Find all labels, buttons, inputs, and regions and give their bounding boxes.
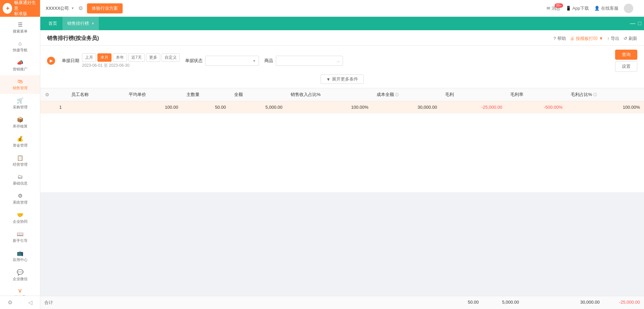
refresh-icon: ↺ (624, 36, 627, 41)
sidebar-item-purchase[interactable]: 🛒 采购管理 (0, 94, 40, 113)
app-download-button[interactable]: 📱 App下载 (566, 5, 589, 11)
company-name: XXXXX公司 (46, 5, 69, 11)
cost-info-icon[interactable]: ⓘ (395, 93, 399, 97)
sidebar-item-member[interactable]: V 畅会员 (0, 285, 40, 296)
date-filter-label: 单据日期 (62, 58, 79, 64)
col-gross-pct: 毛利占比% ⓘ (567, 88, 644, 101)
filter-collapse-arrow[interactable]: ▶ (47, 57, 55, 65)
logo-icon: ✦ (3, 3, 12, 14)
date-btn-last-month[interactable]: 上月 (82, 53, 96, 62)
topbar-settings-icon[interactable]: ⚙ (78, 5, 83, 11)
export-icon: ↑ (607, 36, 610, 41)
page-content: 销售排行榜(按业务员) ? 帮助 🖨 按模板打印 ▼ ↑ 导出 ↺ 刷新 (40, 30, 644, 309)
home-icon: ⌂ (18, 41, 22, 47)
goods-more-icon[interactable]: ... (337, 58, 340, 63)
sales-icon: 🛍 (17, 79, 23, 85)
col-qty: 主数量 (182, 88, 230, 101)
tab-minimize-icon[interactable]: — (630, 20, 635, 27)
qty-cell: 50.00 (182, 101, 230, 113)
tabbar: 首页 销售排行榜 × — □ (40, 17, 644, 30)
enterprise-icon: 🤝 (17, 212, 24, 218)
message-badge: 99+ (555, 3, 563, 8)
finance-icon: 💰 (17, 136, 24, 142)
refresh-button[interactable]: ↺ 刷新 (624, 36, 637, 42)
col-gross: 毛利 (441, 88, 506, 101)
col-gross-rate: 毛利率 (506, 88, 567, 101)
sidebar-item-finance[interactable]: 💰 资金管理 (0, 132, 40, 151)
col-amount: 全额 (230, 88, 287, 101)
table-body: 1 100.00 50.00 5,000.00 100.00% 30,000.0… (40, 101, 644, 113)
filter-expand-row: ▼ 展开更多条件 (47, 72, 637, 84)
col-avg-price: 平均单价 (125, 88, 182, 101)
tab-maximize-icon[interactable]: □ (638, 20, 641, 27)
sidebar-item-marketing[interactable]: 📣 营销推广 (0, 56, 40, 75)
filter-area: ▶ 单据日期 上月 本月 本年 近7天 更多 自定义 2023-06-01 至 … (40, 46, 644, 88)
table-container: ⚙ 员工名称 平均单价 主数量 全额 销售收入占比% 成本全额 ⓘ (40, 88, 644, 113)
employee-name-cell (67, 101, 125, 113)
settings-button[interactable]: 设置 (615, 61, 637, 72)
sidebar-item-basic-info[interactable]: 🗂 基础信息 (0, 170, 40, 189)
cost-cell: 30,000.00 (373, 101, 441, 113)
date-btn-7days[interactable]: 近7天 (128, 53, 145, 62)
footer-qty: 50.00 (452, 300, 479, 306)
trial-button[interactable]: 体验行业方案 (87, 3, 123, 13)
tab-home[interactable]: 首页 (43, 17, 62, 30)
message-button[interactable]: ✉ 消息 99+ (547, 5, 560, 11)
col-rank (54, 88, 67, 101)
goods-filter-input[interactable]: ... (276, 56, 343, 66)
date-btn-more[interactable]: 更多 (146, 53, 160, 62)
tabbar-right: — □ (630, 20, 641, 27)
sidebar-item-inventory[interactable]: 📦 库存核算 (0, 113, 40, 132)
user-avatar[interactable] (624, 4, 633, 13)
gross-pct-cell: 100.00% (567, 101, 644, 113)
print-dropdown-arrow: ▼ (599, 36, 603, 41)
sidebar-item-guide[interactable]: 📖 新手引导 (0, 227, 40, 247)
tab-sales-ranking[interactable]: 销售排行榜 × (62, 17, 99, 30)
main-area: XXXXX公司 ▼ ⚙ 体验行业方案 ✉ 消息 99+ 📱 App下载 👤 在线… (40, 0, 644, 309)
col-employee-name: 员工名称 (67, 88, 125, 101)
sidebar-item-quick-nav[interactable]: ⌂ 快捷导航 (0, 37, 40, 56)
tab-close-icon[interactable]: × (92, 21, 94, 26)
sidebar-item-search-orders[interactable]: ☰ 搜索菜单 (0, 18, 40, 37)
topbar-right: ✉ 消息 99+ 📱 App下载 👤 在线客服 (547, 4, 639, 13)
basic-info-icon: 🗂 (17, 174, 23, 180)
app-icon: 📱 (566, 6, 571, 11)
sidebar-item-enterprise[interactable]: 🤝 企业协同 (0, 208, 40, 227)
sidebar: ✦ 畅康通好生意 标准版 ☰ 搜索菜单 ⌂ 快捷导航 📣 营销推广 🛍 销售管理… (0, 0, 40, 309)
sidebar-item-weixin[interactable]: 💬 企业微信 (0, 266, 40, 285)
status-select-arrow: ▼ (253, 59, 256, 63)
export-button[interactable]: ↑ 导出 (607, 36, 620, 42)
query-button[interactable]: 查询 (615, 50, 637, 60)
date-btn-this-year[interactable]: 本年 (113, 53, 127, 62)
avg-price-cell: 100.00 (125, 101, 182, 113)
content-spacer (40, 192, 644, 296)
service-label: 在线客服 (601, 5, 618, 11)
help-button[interactable]: ? 帮助 (553, 36, 566, 42)
column-settings-icon[interactable]: ⚙ (45, 92, 49, 97)
help-icon: ? (553, 36, 556, 41)
filter-date-item: 单据日期 上月 本月 本年 近7天 更多 自定义 2023-06-01 至 20… (62, 53, 180, 68)
gross-pct-info-icon[interactable]: ⓘ (593, 93, 597, 97)
sidebar-collapse-btn[interactable]: ◁ (28, 299, 32, 306)
status-filter-select[interactable]: ▼ (205, 56, 259, 66)
sidebar-item-sales[interactable]: 🛍 销售管理 (0, 75, 40, 94)
page-title: 销售排行榜(按业务员) (47, 35, 99, 42)
amount-cell: 5,000.00 (230, 101, 287, 113)
date-btn-this-month[interactable]: 本月 (97, 53, 112, 62)
sidebar-item-operations[interactable]: 📋 经营管理 (0, 151, 40, 170)
tab-label: 销售排行榜 (67, 20, 89, 27)
print-button[interactable]: 🖨 按模板打印 ▼ (570, 36, 603, 42)
expand-more-button[interactable]: ▼ 展开更多条件 (320, 74, 364, 84)
page-header: 销售排行榜(按业务员) ? 帮助 🖨 按模板打印 ▼ ↑ 导出 ↺ 刷新 (40, 30, 644, 46)
footer-gross: -25,000.00 (606, 300, 640, 306)
table-row: 1 100.00 50.00 5,000.00 100.00% 30,000.0… (40, 101, 644, 113)
sidebar-item-app-center[interactable]: 📺 应用中心 (0, 247, 40, 266)
online-service-button[interactable]: 👤 在线客服 (594, 5, 618, 11)
company-selector[interactable]: XXXXX公司 ▼ (46, 5, 74, 11)
sales-pct-cell: 100.00% (287, 101, 373, 113)
col-cost: 成本全额 ⓘ (373, 88, 441, 101)
sidebar-item-system[interactable]: ⚙ 系统管理 (0, 189, 40, 208)
sidebar-settings-btn[interactable]: ⚙ (8, 299, 12, 306)
date-btn-custom[interactable]: 自定义 (162, 53, 180, 62)
footer-cost: 30,000.00 (566, 300, 600, 306)
